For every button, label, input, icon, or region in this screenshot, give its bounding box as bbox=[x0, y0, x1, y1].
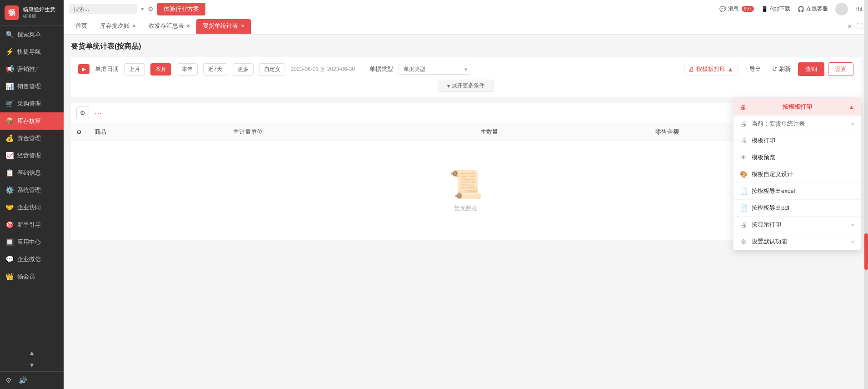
user-avatar[interactable] bbox=[835, 3, 848, 15]
app-center-icon: 🔲 bbox=[5, 238, 14, 246]
printer-icon: 🖨 bbox=[688, 66, 694, 73]
window-maximize-btn[interactable]: ⛶ bbox=[856, 23, 863, 30]
print-template-dropdown: 🖨 按模板打印 ▲ 🖨 当前：要货单统计表 ▾ 🖨 模板打印 👁 模板预览 bbox=[733, 98, 861, 250]
dropdown-header: 🖨 按模板打印 ▲ bbox=[733, 98, 861, 116]
col-product: 商品 bbox=[89, 123, 228, 141]
app-download-group[interactable]: 📱 App下载 bbox=[761, 5, 790, 13]
settings-footer-icon[interactable]: ⚙ bbox=[5, 376, 11, 384]
member-icon: 👑 bbox=[5, 273, 14, 281]
sidebar-item-app-center[interactable]: 🔲 应用中心 bbox=[0, 233, 64, 251]
guide-icon: 🎯 bbox=[5, 221, 14, 229]
col-settings: ⚙ bbox=[71, 123, 89, 141]
date-btn-7days[interactable]: 近7天 bbox=[203, 63, 227, 76]
sidebar-item-guide[interactable]: 🎯 新手引导 bbox=[0, 216, 64, 233]
dropdown-export-excel[interactable]: 📄 按模板导出excel bbox=[733, 183, 861, 200]
tab-order-stats[interactable]: 要货单统计表 × bbox=[196, 19, 251, 34]
sidebar-item-finance[interactable]: 💰 资金管理 bbox=[0, 130, 64, 147]
dropdown-title-icon: 🖨 bbox=[740, 104, 746, 111]
enterprise-icon: 🤝 bbox=[5, 203, 14, 212]
sidebar-item-operations[interactable]: 📈 经营管理 bbox=[0, 147, 64, 164]
date-btn-this-month[interactable]: 本月 bbox=[150, 63, 171, 76]
empty-text: 暂无数据 bbox=[454, 204, 478, 212]
sidebar-item-member[interactable]: 👑 畅会员 bbox=[0, 268, 64, 285]
settings-btn[interactable]: 设置 bbox=[828, 62, 853, 76]
sidebar-item-inventory[interactable]: 📦 库存核算 bbox=[0, 112, 64, 130]
sidebar-scroll-down[interactable]: ▼ bbox=[0, 359, 64, 371]
refresh-btn[interactable]: ↺ 刷新 bbox=[768, 63, 794, 75]
date-btn-this-year[interactable]: 本年 bbox=[177, 63, 198, 76]
main-area: ▾ ⚙ 体验行业方案 💬 消息 99+ 📱 App下载 🎧 在线客服 Rit 首… bbox=[64, 0, 868, 389]
order-type-select[interactable]: 单据类型 bbox=[399, 64, 471, 75]
volume-footer-icon[interactable]: 🔊 bbox=[19, 376, 27, 384]
expand-section: ▾ 展开更多条件 bbox=[78, 80, 853, 92]
table-gear-btn[interactable]: ⚙ bbox=[76, 106, 89, 119]
dropdown-template-preview[interactable]: 👁 模板预览 bbox=[733, 149, 861, 166]
window-close-btn[interactable]: ✕ bbox=[847, 23, 853, 30]
tabs-bar: 首页 库存批次账 × 收发存汇总表 × 要货单统计表 × ✕ ⛶ bbox=[64, 18, 868, 35]
query-btn[interactable]: 查询 bbox=[798, 62, 824, 76]
dropdown-template-design[interactable]: 🎨 模板自定义设计 bbox=[733, 166, 861, 183]
basic-icon: 📋 bbox=[5, 169, 14, 177]
user-name: Rit bbox=[855, 5, 863, 12]
expand-more-btn[interactable]: ▾ 展开更多条件 bbox=[438, 80, 494, 92]
tab-receipt-summary-close[interactable]: × bbox=[187, 23, 190, 29]
dropdown-template-print[interactable]: 🖨 模板打印 bbox=[733, 132, 861, 149]
display-print-icon: 🖨 bbox=[740, 221, 747, 228]
sidebar: 畅 畅康通好生意 标准版 🔍 搜索菜单 ⚡ 快捷导航 📢 营销推广 📊 销售管理… bbox=[0, 0, 64, 389]
app-logo-text: 畅康通好生意 标准版 bbox=[23, 6, 55, 20]
filter-expand-arrow[interactable]: ▶ bbox=[78, 64, 90, 74]
topbar-search-input[interactable] bbox=[69, 4, 137, 14]
sidebar-scroll-up[interactable]: ▲ bbox=[0, 347, 64, 359]
tab-batch-accounts-close[interactable]: × bbox=[132, 23, 136, 29]
scrollbar-thumb bbox=[864, 233, 868, 270]
dropdown-set-default[interactable]: ⚙ 设置默认功能 ▾ bbox=[733, 233, 861, 250]
display-print-arrow: ▾ bbox=[851, 222, 854, 228]
sidebar-item-sales[interactable]: 📊 销售管理 bbox=[0, 78, 64, 95]
tab-receipt-summary[interactable]: 收发存汇总表 × bbox=[142, 19, 197, 34]
set-default-icon: ⚙ bbox=[740, 238, 747, 245]
experience-btn[interactable]: 体验行业方案 bbox=[157, 3, 205, 15]
purchase-icon: 🛒 bbox=[5, 100, 14, 108]
more-options-btn[interactable]: ··· bbox=[95, 108, 102, 118]
tab-batch-accounts[interactable]: 库存批次账 × bbox=[94, 19, 142, 34]
wechat-icon: 💬 bbox=[5, 255, 14, 263]
topbar-gear-icon[interactable]: ⚙ bbox=[148, 5, 154, 13]
refresh-icon: ↺ bbox=[772, 66, 777, 73]
dropdown-up-arrow[interactable]: ▲ bbox=[848, 104, 854, 111]
online-service-group[interactable]: 🎧 在线客服 bbox=[798, 5, 828, 13]
app-logo-icon: 畅 bbox=[5, 5, 19, 20]
date-btn-more[interactable]: 更多 bbox=[233, 63, 254, 76]
finance-icon: 💰 bbox=[5, 134, 14, 142]
right-scrollbar[interactable] bbox=[864, 0, 868, 389]
dropdown-current-template[interactable]: 🖨 当前：要货单统计表 ▾ bbox=[733, 116, 861, 132]
current-template-icon: 🖨 bbox=[740, 120, 747, 127]
filter-bar: ▶ 单据日期 上月 本月 本年 近7天 更多 自定义 2023-06-01 至 … bbox=[71, 57, 861, 97]
dropdown-export-pdf[interactable]: 📄 按模板导出pdf bbox=[733, 200, 861, 217]
sidebar-search[interactable]: 🔍 搜索菜单 bbox=[0, 26, 64, 43]
sidebar-item-marketing[interactable]: 📢 营销推广 bbox=[0, 61, 64, 78]
sales-icon: 📊 bbox=[5, 82, 14, 91]
gear-icon: ⚙ bbox=[80, 110, 85, 116]
messages-group[interactable]: 💬 消息 99+ bbox=[719, 5, 754, 13]
tab-home[interactable]: 首页 bbox=[69, 19, 94, 34]
date-btn-custom[interactable]: 自定义 bbox=[259, 63, 285, 76]
message-icon: 💬 bbox=[719, 6, 726, 12]
sidebar-footer: ⚙ 🔊 bbox=[0, 371, 64, 389]
sidebar-item-purchase[interactable]: 🛒 采购管理 bbox=[0, 95, 64, 112]
marketing-icon: 📢 bbox=[5, 65, 14, 73]
dropdown-display-print[interactable]: 🖨 按显示打印 ▾ bbox=[733, 217, 861, 233]
set-default-arrow: ▾ bbox=[851, 238, 854, 245]
export-excel-icon: 📄 bbox=[740, 187, 747, 195]
topbar-chevron-icon[interactable]: ▾ bbox=[141, 5, 144, 12]
sidebar-item-system[interactable]: ⚙️ 系统管理 bbox=[0, 182, 64, 199]
print-template-btn[interactable]: 🖨 按模板打印 ▲ bbox=[684, 63, 738, 76]
export-btn[interactable]: ↑ 导出 bbox=[741, 63, 765, 75]
date-range-display: 2023-06-01 至 2023-06-30 bbox=[291, 66, 355, 73]
sidebar-item-basic[interactable]: 📋 基础信息 bbox=[0, 164, 64, 182]
sidebar-item-wechat[interactable]: 💬 企业微信 bbox=[0, 251, 64, 268]
tab-order-stats-close[interactable]: × bbox=[241, 23, 244, 29]
sidebar-item-quick-nav[interactable]: ⚡ 快捷导航 bbox=[0, 43, 64, 61]
date-btn-last-month[interactable]: 上月 bbox=[124, 63, 145, 76]
template-print-icon: 🖨 bbox=[740, 137, 747, 144]
sidebar-item-enterprise[interactable]: 🤝 企业协同 bbox=[0, 199, 64, 216]
